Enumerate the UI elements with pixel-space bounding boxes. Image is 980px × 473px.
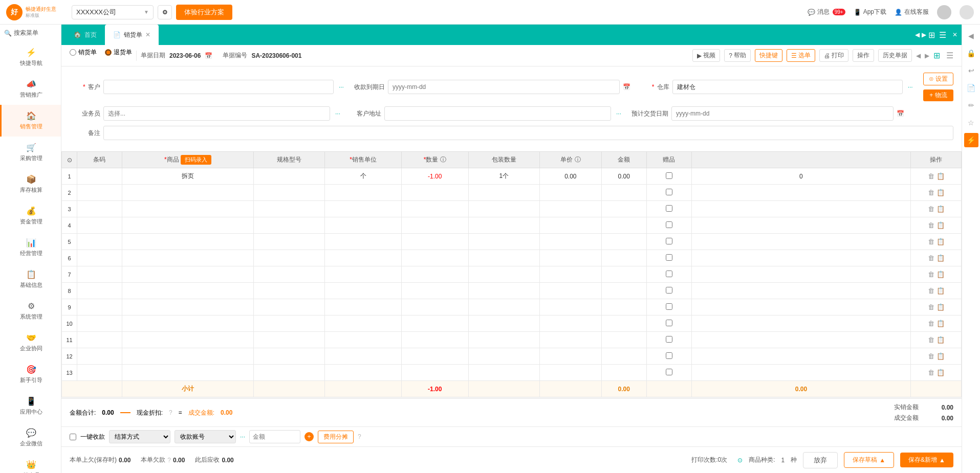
row-gift[interactable] xyxy=(646,234,691,250)
row-pack-qty[interactable] xyxy=(468,250,539,266)
tab-close-icon[interactable]: ✕ xyxy=(145,31,150,38)
row-qty[interactable] xyxy=(401,365,468,381)
avatar2[interactable] xyxy=(960,5,974,19)
expected-date-calendar-icon[interactable]: 📅 xyxy=(897,110,904,117)
sidebar-item-enterprise[interactable]: 🤝 企业协同 xyxy=(0,327,61,358)
row-qty[interactable] xyxy=(401,201,468,217)
message-button[interactable]: 💬 消息 99+ xyxy=(808,8,845,16)
row-spec[interactable] xyxy=(254,283,325,299)
row-goods[interactable] xyxy=(122,234,253,250)
row-spec[interactable] xyxy=(254,266,325,283)
row-price[interactable] xyxy=(539,332,601,348)
row-amount[interactable] xyxy=(601,365,646,381)
copy-row-icon[interactable]: 📋 xyxy=(937,369,945,376)
row-barcode[interactable] xyxy=(77,316,122,332)
row-amount[interactable] xyxy=(601,332,646,348)
row-price[interactable] xyxy=(539,316,601,332)
delete-icon[interactable]: 🗑 xyxy=(928,287,934,295)
fee-split-button[interactable]: 费用分摊 xyxy=(318,431,354,443)
row-gift[interactable] xyxy=(646,250,691,266)
list-view-icon[interactable]: ☰ xyxy=(946,51,953,60)
due-date-calendar-icon[interactable]: 📅 xyxy=(623,83,630,91)
row-pack-qty[interactable]: 1个 xyxy=(468,168,539,185)
right-panel-edit-icon[interactable]: ✏ xyxy=(964,98,978,112)
sidebar-item-finance[interactable]: 💰 资金管理 xyxy=(0,200,61,232)
row-pack-qty[interactable] xyxy=(468,217,539,234)
copy-row-icon[interactable]: 📋 xyxy=(937,352,945,360)
customer-input[interactable] xyxy=(103,80,334,94)
row-barcode[interactable] xyxy=(77,250,122,266)
right-panel-refresh-icon[interactable]: ↩ xyxy=(964,63,978,78)
expected-date-input[interactable] xyxy=(671,106,894,121)
row-unit[interactable] xyxy=(325,250,401,266)
video-btn[interactable]: ▶ 视频 xyxy=(692,49,720,62)
table-view-icon[interactable]: ⊞ xyxy=(933,51,940,60)
row-gift[interactable] xyxy=(646,168,691,185)
row-goods[interactable] xyxy=(122,316,253,332)
sidebar-item-member[interactable]: 👑 畅会员 xyxy=(0,454,61,473)
right-panel-expand-icon[interactable]: ◀ xyxy=(964,29,978,43)
addr-more-icon[interactable]: ··· xyxy=(614,110,623,117)
row-gift[interactable] xyxy=(646,348,691,365)
row-amount[interactable] xyxy=(601,185,646,201)
row-qty[interactable] xyxy=(401,185,468,201)
row-amount[interactable] xyxy=(601,283,646,299)
row-amount[interactable] xyxy=(601,250,646,266)
copy-row-icon[interactable]: 📋 xyxy=(937,205,945,213)
row-spec[interactable] xyxy=(254,316,325,332)
row-gift[interactable] xyxy=(646,299,691,316)
tab-next-icon[interactable]: ▶ xyxy=(922,31,926,38)
row-amount[interactable] xyxy=(601,299,646,316)
warehouse-more-icon[interactable]: ··· xyxy=(906,83,915,91)
company-selector[interactable]: XXXXXX公司 ▼ xyxy=(72,5,154,19)
right-panel-copy-icon[interactable]: 📄 xyxy=(964,81,978,95)
row-gift[interactable] xyxy=(646,266,691,283)
trial-button[interactable]: 体验行业方案 xyxy=(176,5,232,20)
row-goods[interactable] xyxy=(122,185,253,201)
radio-sale-input[interactable] xyxy=(70,49,76,56)
row-spec[interactable] xyxy=(254,217,325,234)
row-gift[interactable] xyxy=(646,283,691,299)
radio-sale[interactable]: 销货单 xyxy=(70,48,97,57)
customer-addr-input[interactable] xyxy=(384,106,611,121)
row-goods[interactable] xyxy=(122,365,253,381)
row-gift[interactable] xyxy=(646,365,691,381)
row-unit[interactable] xyxy=(325,365,401,381)
app-download-button[interactable]: 📱 App下载 xyxy=(854,8,886,16)
row-goods[interactable] xyxy=(122,266,253,283)
settings-button[interactable]: ⊙ 设置 xyxy=(923,73,953,85)
row-spec[interactable] xyxy=(254,234,325,250)
warehouse-input[interactable] xyxy=(672,80,903,94)
delete-icon[interactable]: 🗑 xyxy=(928,238,934,245)
row-qty[interactable] xyxy=(401,234,468,250)
copy-row-icon[interactable]: 📋 xyxy=(937,221,945,229)
row-spec[interactable] xyxy=(254,168,325,185)
salesperson-input[interactable] xyxy=(103,106,330,121)
row-barcode[interactable] xyxy=(77,365,122,381)
delete-icon[interactable]: 🗑 xyxy=(928,336,934,344)
next-record-icon[interactable]: ▶ xyxy=(925,52,929,59)
row-pack-qty[interactable] xyxy=(468,332,539,348)
row-unit[interactable] xyxy=(325,348,401,365)
row-barcode[interactable] xyxy=(77,168,122,185)
save-new-button[interactable]: 保存&新增 ▲ xyxy=(900,453,953,467)
delete-icon[interactable]: 🗑 xyxy=(928,303,934,311)
row-goods[interactable] xyxy=(122,332,253,348)
row-pack-qty[interactable] xyxy=(468,234,539,250)
row-amount[interactable] xyxy=(601,234,646,250)
tab-prev-icon[interactable]: ◀ xyxy=(915,31,920,38)
row-barcode[interactable] xyxy=(77,266,122,283)
more-dots-icon[interactable]: ··· xyxy=(240,433,245,440)
right-panel-lock-icon[interactable]: 🔒 xyxy=(964,46,978,60)
row-unit[interactable] xyxy=(325,234,401,250)
row-goods[interactable] xyxy=(122,250,253,266)
row-pack-qty[interactable] xyxy=(468,316,539,332)
payment-method-select[interactable]: 结算方式 xyxy=(109,430,170,443)
row-qty[interactable] xyxy=(401,250,468,266)
row-barcode[interactable] xyxy=(77,201,122,217)
sidebar-item-marketing[interactable]: 📣 营销推广 xyxy=(0,73,61,105)
delete-icon[interactable]: 🗑 xyxy=(928,369,934,376)
sidebar-search[interactable]: 🔍 搜索菜单 xyxy=(0,25,61,41)
row-price[interactable] xyxy=(539,348,601,365)
tab-grid-icon[interactable]: ⊞ xyxy=(928,30,935,40)
